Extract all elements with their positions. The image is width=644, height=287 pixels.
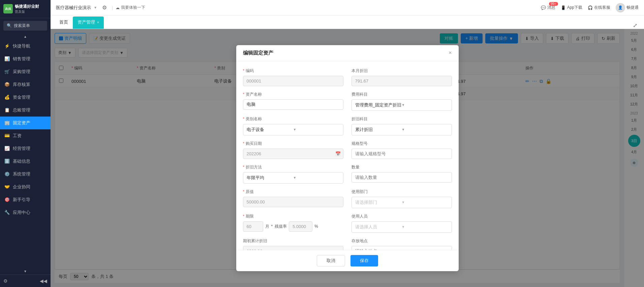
form-quantity: 数量 [351, 164, 452, 184]
person-select[interactable]: 请选择人员 ▼ [351, 221, 452, 233]
location-input[interactable] [351, 246, 452, 250]
app-download-button[interactable]: 📱 App下载 [561, 5, 582, 10]
monthly-depreciation-input[interactable] [351, 76, 452, 86]
sidebar-item-payroll[interactable]: 💳 工资 [0, 129, 51, 142]
sidebar-item-guide[interactable]: 🎯 新手引导 [0, 193, 51, 206]
category-select-modal[interactable]: 电子设备 ▼ [243, 124, 343, 135]
residual-rate-input[interactable] [289, 221, 312, 232]
form-code: * 编码 [243, 68, 343, 86]
messages-button[interactable]: 💬 消息 99+ [541, 5, 555, 10]
form-monthly-depreciation: 本月折旧 [351, 68, 452, 86]
modal-title: 编辑固定资产 [243, 50, 273, 56]
experience-button[interactable]: ☁ 我要体验一下 [116, 5, 145, 10]
sidebar-item-system[interactable]: ⚙️ 系统管理 [0, 168, 51, 181]
logo-icon: AtA [3, 4, 13, 13]
tab-close-button[interactable]: × [97, 21, 99, 24]
category-label: * 类别名称 [243, 116, 343, 122]
sidebar-item-operations[interactable]: 📈 经营管理 [0, 142, 51, 155]
form-location: 存放地点 [351, 238, 452, 250]
sidebar-bottom: ⚙ ◀◀ [0, 275, 51, 287]
sidebar-item-collaboration[interactable]: 🤝 企业协同 [0, 181, 51, 193]
form-expense-subject: 费用科目 管理费用_固定资产折旧 ▼ [351, 92, 452, 111]
sidebar-item-basic-info[interactable]: ℹ️ 基础信息 [0, 155, 51, 168]
spec-input[interactable] [351, 149, 452, 159]
form-person: 使用人员 请选择人员 ▼ [351, 214, 452, 233]
quantity-label: 数量 [351, 164, 452, 170]
cancel-button[interactable]: 取消 [317, 255, 345, 266]
expense-subject-select[interactable]: 管理费用_固定资产折旧 ▼ [351, 99, 452, 111]
sidebar-search[interactable]: 🔍 搜索菜单 [0, 18, 51, 33]
department-label: 使用部门 [351, 189, 452, 195]
expense-subject-arrow: ▼ [402, 103, 448, 107]
initial-depreciation-input[interactable] [243, 246, 343, 250]
location-label: 存放地点 [351, 238, 452, 244]
form-department: 使用部门 请选择部门 ▼ [351, 189, 452, 208]
period-input[interactable] [243, 221, 263, 232]
tab-assets[interactable]: 资产管理 × [73, 17, 104, 29]
payroll-icon: 💳 [4, 133, 10, 139]
sidebar-item-app-center[interactable]: 🔧 应用中心 [0, 206, 51, 219]
sidebar-item-sales[interactable]: 📊 销售管理 [0, 53, 51, 65]
form-original-value: * 原值 [243, 189, 343, 208]
modal-form: * 编码 本月折旧 [243, 68, 452, 250]
company-dropdown-arrow[interactable]: ▼ [94, 6, 97, 9]
sidebar-item-quick-nav[interactable]: ⚡ 快捷导航 [0, 40, 51, 53]
modal-body: * 编码 本月折旧 [236, 61, 459, 250]
form-asset-name: * 资产名称 [243, 92, 343, 111]
asset-name-input[interactable] [243, 99, 343, 110]
top-bar-right: 💬 消息 99+ 📱 App下载 🎧 在线客服 👤 畅捷通 [541, 3, 639, 12]
edit-asset-modal: 编辑固定资产 × * 编码 [236, 45, 459, 271]
tab-expand-button[interactable]: ⤢ [630, 22, 640, 29]
sidebar-scroll-up[interactable]: ▲ [0, 33, 51, 40]
online-service-button[interactable]: 🎧 在线客服 [588, 5, 610, 10]
department-select[interactable]: 请选择部门 ▼ [351, 197, 452, 208]
service-icon: 🎧 [588, 5, 593, 10]
sidebar-item-ledger[interactable]: 📋 总账管理 [0, 104, 51, 117]
form-initial-depreciation: 期初累计折旧 [243, 238, 343, 250]
expense-subject-label: 费用科目 [351, 92, 452, 97]
user-avatar: 👤 [616, 3, 625, 12]
company-name: 医疗器械行业演示 [56, 5, 91, 11]
tab-home[interactable]: 首页 [55, 17, 73, 29]
sidebar-item-purchase[interactable]: 🛒 采购管理 [0, 65, 51, 78]
collapse-button[interactable]: ◀◀ [40, 278, 47, 284]
period-row: 月 * 残值率 % [243, 221, 343, 232]
company-settings-button[interactable]: ⚙ [100, 3, 109, 12]
depreciation-method-select[interactable]: 年限平均 ▼ [243, 172, 343, 184]
form-spec: 规格型号 [351, 141, 452, 159]
cloud-icon: ☁ [116, 5, 120, 10]
sidebar-item-inventory[interactable]: 📦 库存核算 [0, 78, 51, 91]
sidebar-item-funds[interactable]: 💰 资金管理 [0, 91, 51, 104]
user-menu[interactable]: 👤 畅捷通 [616, 3, 639, 12]
save-button[interactable]: 保存 [350, 255, 378, 266]
person-label: 使用人员 [351, 214, 452, 219]
depreciation-subject-arrow: ▼ [402, 128, 448, 131]
initial-depreciation-label: 期初累计折旧 [243, 238, 343, 244]
original-value-label: * 原值 [243, 189, 343, 195]
ledger-icon: 📋 [4, 107, 10, 113]
form-purchase-date: * 购买日期 📅 [243, 141, 343, 159]
app-center-icon: 🔧 [4, 210, 10, 216]
search-menu-button[interactable]: 🔍 搜索菜单 [3, 21, 47, 31]
operations-icon: 📈 [4, 146, 10, 152]
quick-nav-icon: ⚡ [4, 43, 10, 49]
quantity-input[interactable] [351, 172, 452, 183]
sidebar-item-fixed-assets[interactable]: 🏢 固定资产 [0, 117, 51, 129]
calendar-icon[interactable]: 📅 [335, 151, 341, 156]
original-value-input[interactable] [243, 197, 343, 207]
download-icon: 📱 [561, 5, 566, 10]
modal-close-button[interactable]: × [449, 50, 452, 56]
sidebar-scroll-down[interactable]: ▼ [0, 268, 51, 275]
purchase-date-input[interactable] [243, 149, 343, 159]
depreciation-subject-select[interactable]: 累计折旧 ▼ [351, 124, 452, 135]
inventory-icon: 📦 [4, 82, 10, 88]
code-input[interactable] [243, 76, 343, 86]
modal-header: 编辑固定资产 × [236, 45, 459, 61]
purchase-icon: 🛒 [4, 69, 10, 75]
period-label: * 期限 [243, 214, 343, 219]
funds-icon: 💰 [4, 94, 10, 100]
settings-button[interactable]: ⚙ [3, 278, 8, 284]
form-depreciation-method: * 折旧方法 年限平均 ▼ [243, 164, 343, 184]
fixed-assets-icon: 🏢 [4, 120, 10, 126]
code-label: * 编码 [243, 68, 343, 74]
